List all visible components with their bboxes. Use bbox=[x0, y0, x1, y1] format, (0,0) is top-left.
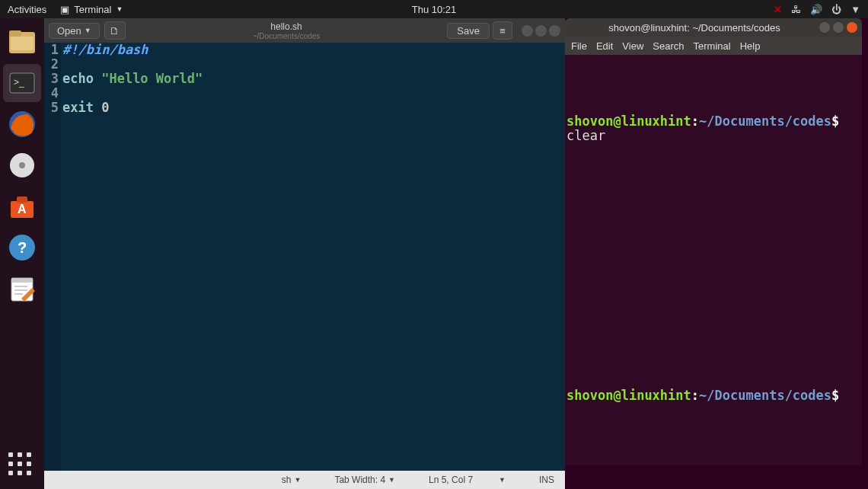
close-button[interactable] bbox=[549, 25, 560, 37]
line-number-gutter: 12345 bbox=[44, 43, 61, 471]
terminal-icon: ▣ bbox=[60, 4, 69, 15]
dock-item-disks[interactable] bbox=[3, 146, 41, 184]
maximize-button[interactable] bbox=[535, 25, 547, 37]
close-button[interactable] bbox=[847, 22, 857, 33]
gedit-headerbar: Open ▼ 🗋 hello.sh ~/Documents/codes Save… bbox=[44, 18, 565, 43]
svg-text:?: ? bbox=[18, 239, 27, 256]
chevron-down-icon: ▼ bbox=[116, 5, 123, 13]
terminal-icon: >_ bbox=[6, 67, 38, 99]
svg-rect-2 bbox=[11, 37, 34, 50]
open-button-label: Open bbox=[57, 25, 81, 37]
chevron-down-icon: ▼ bbox=[850, 4, 860, 15]
code-echo-cmd: echo bbox=[62, 71, 94, 86]
dock-item-software[interactable]: A bbox=[3, 187, 41, 225]
hamburger-menu-button[interactable]: ≡ bbox=[493, 21, 512, 40]
menu-view[interactable]: View bbox=[622, 40, 643, 52]
save-button[interactable]: Save bbox=[447, 23, 490, 39]
menu-file[interactable]: File bbox=[571, 40, 587, 52]
maximize-button[interactable] bbox=[833, 22, 844, 33]
svg-rect-9 bbox=[17, 197, 27, 203]
app-menu[interactable]: ▣ Terminal ▼ bbox=[60, 4, 123, 15]
menu-search[interactable]: Search bbox=[653, 40, 684, 52]
text-editor-icon bbox=[6, 273, 38, 305]
help-icon: ? bbox=[6, 232, 38, 264]
code-exit-cmd: exit bbox=[62, 100, 94, 115]
app-menu-label: Terminal bbox=[74, 4, 111, 15]
minimize-button[interactable] bbox=[819, 22, 830, 33]
dock-item-firefox[interactable] bbox=[3, 105, 41, 143]
new-doc-icon: 🗋 bbox=[110, 25, 120, 37]
show-applications-button[interactable] bbox=[8, 452, 36, 480]
terminal-title-text: shovon@linuxhint: ~/Documents/codes bbox=[570, 22, 819, 34]
code-echo-str: "Hello World" bbox=[94, 71, 203, 86]
top-panel: Activities ▣ Terminal ▼ Thu 10:21 ✕ 🖧 🔊 … bbox=[0, 0, 868, 18]
dock-item-files[interactable] bbox=[3, 23, 41, 61]
gedit-window-controls bbox=[522, 25, 560, 37]
chevron-down-icon: ▼ bbox=[85, 27, 91, 34]
dock-item-gedit[interactable] bbox=[3, 270, 41, 308]
clock[interactable]: Thu 10:21 bbox=[412, 4, 457, 15]
code-shebang: #!/bin/bash bbox=[62, 42, 148, 57]
gedit-editor[interactable]: 12345 #!/bin/bash echo "Hello World" exi… bbox=[44, 43, 565, 471]
chevron-down-icon: ▼ bbox=[294, 476, 301, 484]
code-exit-num: 0 bbox=[94, 100, 109, 115]
activities-button[interactable]: Activities bbox=[8, 4, 46, 15]
disk-icon bbox=[6, 149, 38, 181]
open-button[interactable]: Open ▼ bbox=[49, 23, 100, 39]
terminal-command: clear bbox=[566, 128, 605, 143]
code-area[interactable]: #!/bin/bash echo "Hello World" exit 0 bbox=[61, 43, 565, 471]
firefox-icon bbox=[6, 108, 38, 140]
menu-edit[interactable]: Edit bbox=[596, 40, 613, 52]
svg-point-7 bbox=[19, 162, 25, 168]
svg-text:>_: >_ bbox=[14, 77, 24, 88]
terminal-titlebar: shovon@linuxhint: ~/Documents/codes bbox=[565, 18, 862, 37]
files-icon bbox=[6, 26, 38, 58]
dock-item-terminal[interactable]: >_ bbox=[3, 64, 41, 102]
chevron-down-icon: ▼ bbox=[388, 476, 395, 484]
hamburger-icon: ≡ bbox=[499, 25, 506, 37]
terminal-line: shovon@linuxhint:~/Documents/codes$ clea… bbox=[566, 114, 860, 143]
gedit-filepath: ~/Documents/codes bbox=[126, 32, 448, 40]
new-document-button[interactable]: 🗋 bbox=[104, 21, 126, 40]
dock: >_ A ? bbox=[0, 18, 44, 489]
menu-terminal[interactable]: Terminal bbox=[694, 40, 731, 52]
svg-text:A: A bbox=[18, 203, 27, 216]
power-icon: ⏻ bbox=[831, 4, 841, 15]
network-icon: 🖧 bbox=[791, 4, 801, 15]
svg-rect-1 bbox=[9, 30, 21, 37]
terminal-window-controls bbox=[819, 22, 857, 33]
gedit-window: Open ▼ 🗋 hello.sh ~/Documents/codes Save… bbox=[44, 18, 565, 489]
chevron-down-icon: ▼ bbox=[499, 476, 506, 484]
status-tabwidth[interactable]: Tab Width: 4▼ bbox=[334, 475, 395, 485]
status-cursor[interactable]: Ln 5, Col 7▼ bbox=[429, 475, 506, 485]
menu-help[interactable]: Help bbox=[740, 40, 761, 52]
terminal-line: shovon@linuxhint:~/Documents/codes$ bbox=[566, 388, 860, 403]
status-area[interactable]: ✕ 🖧 🔊 ⏻ ▼ bbox=[774, 4, 860, 15]
gedit-filename: hello.sh bbox=[126, 21, 448, 32]
terminal-window: shovon@linuxhint: ~/Documents/codes File… bbox=[565, 18, 862, 465]
gedit-title: hello.sh ~/Documents/codes bbox=[126, 21, 448, 40]
software-icon: A bbox=[6, 190, 38, 222]
close-indicator-icon: ✕ bbox=[774, 4, 782, 15]
volume-icon: 🔊 bbox=[810, 4, 822, 15]
minimize-button[interactable] bbox=[522, 25, 533, 37]
dock-item-help[interactable]: ? bbox=[3, 229, 41, 267]
status-insert-mode[interactable]: INS bbox=[539, 475, 554, 485]
terminal-menubar: File Edit View Search Terminal Help bbox=[565, 37, 862, 55]
gedit-statusbar: sh▼ Tab Width: 4▼ Ln 5, Col 7▼ INS bbox=[44, 471, 565, 489]
terminal-body[interactable]: shovon@linuxhint:~/Documents/codes$ clea… bbox=[565, 55, 862, 465]
status-language[interactable]: sh▼ bbox=[282, 475, 302, 485]
svg-rect-14 bbox=[11, 278, 33, 283]
